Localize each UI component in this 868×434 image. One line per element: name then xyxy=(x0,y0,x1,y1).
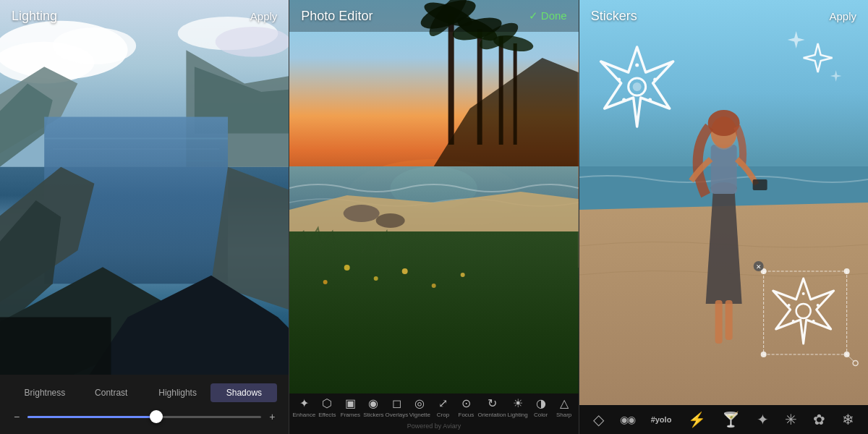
focus-icon: ⊙ xyxy=(461,398,471,409)
svg-rect-20 xyxy=(289,0,578,231)
toolbar-orientation[interactable]: ↻ Orientation xyxy=(477,398,506,418)
svg-rect-35 xyxy=(289,166,578,239)
orientation-icon: ↻ xyxy=(488,398,497,409)
lighting-slider[interactable] xyxy=(27,416,261,418)
toolbar-overlays[interactable]: ◻ Overlays xyxy=(385,398,408,418)
sticker-glasses[interactable]: ◉◉ xyxy=(620,414,634,425)
toolbar-enhance[interactable]: ✦ Enhance xyxy=(292,398,315,418)
enhance-icon: ✦ xyxy=(299,398,309,409)
toolbar-sharpen[interactable]: △ Sharp xyxy=(553,398,576,418)
svg-rect-12 xyxy=(53,148,220,149)
panel2-title: Photo Editor xyxy=(301,9,373,24)
sticker-cocktail[interactable]: 🍸 xyxy=(722,411,740,428)
toolbar-effects[interactable]: ⬡ Effects xyxy=(315,398,339,418)
toolbar-vignette[interactable]: ◎ Vignette xyxy=(408,398,431,418)
svg-marker-8 xyxy=(186,50,289,167)
person-beach-photo xyxy=(579,0,868,434)
svg-rect-11 xyxy=(44,137,228,139)
svg-rect-13 xyxy=(48,161,224,161)
sticker-flower[interactable]: ✿ xyxy=(813,411,825,428)
color-icon: ◑ xyxy=(536,398,546,409)
svg-rect-25 xyxy=(499,36,503,145)
svg-point-43 xyxy=(402,268,408,274)
panel3-header: Stickers Apply xyxy=(579,0,868,32)
tab-contrast[interactable]: Contrast xyxy=(78,383,145,402)
photo-editor-toolbar: ✦ Enhance ⬡ Effects ▣ Frames ◉ Stickers … xyxy=(289,393,578,434)
photo-editor-panel: Photo Editor ✓ Done ✦ Enhance ⬡ Effects … xyxy=(289,0,579,434)
svg-rect-24 xyxy=(477,29,482,145)
svg-point-3 xyxy=(53,27,136,64)
panel1-header: Lighting Apply xyxy=(0,0,289,32)
vignette-icon: ◎ xyxy=(414,398,425,409)
crop-icon: ⤢ xyxy=(438,398,448,409)
svg-marker-14 xyxy=(0,167,94,318)
svg-point-37 xyxy=(344,205,380,222)
svg-point-54 xyxy=(707,110,739,136)
svg-marker-48 xyxy=(579,203,868,434)
frames-icon: ▣ xyxy=(345,398,356,409)
svg-point-38 xyxy=(376,213,405,228)
sticker-sparkle2[interactable]: ✳ xyxy=(785,411,797,428)
svg-point-44 xyxy=(432,284,436,288)
lighting-slider-row: − + xyxy=(12,411,277,422)
effects-icon: ⬡ xyxy=(322,398,332,409)
sticker-diamond[interactable]: ◇ xyxy=(593,411,604,428)
toolbar-color[interactable]: ◑ Color xyxy=(529,398,553,418)
sticker-lightning[interactable]: ⚡ xyxy=(688,411,706,428)
svg-rect-51 xyxy=(710,145,736,194)
toolbar-focus[interactable]: ⊙ Focus xyxy=(454,398,477,418)
panel1-title: Lighting xyxy=(12,9,57,24)
beach-photo xyxy=(289,0,578,434)
tab-highlights[interactable]: Highlights xyxy=(145,383,211,402)
toolbar-stickers[interactable]: ◉ Stickers xyxy=(362,398,385,418)
panel2-done-button[interactable]: ✓ Done xyxy=(529,9,567,22)
panel3-apply-button[interactable]: Apply xyxy=(829,10,856,22)
toolbar-crop[interactable]: ⤢ Crop xyxy=(431,398,454,418)
svg-point-40 xyxy=(344,265,350,271)
slider-min-label: − xyxy=(12,411,22,422)
svg-point-2 xyxy=(0,42,94,84)
overlays-icon: ◻ xyxy=(392,398,401,409)
svg-rect-55 xyxy=(715,300,722,344)
tab-brightness[interactable]: Brightness xyxy=(12,383,78,402)
svg-point-21 xyxy=(391,166,477,210)
svg-point-42 xyxy=(323,280,328,284)
slider-fill xyxy=(27,416,156,418)
svg-point-22 xyxy=(347,159,521,231)
svg-marker-36 xyxy=(289,192,578,268)
svg-marker-50 xyxy=(705,192,741,304)
slider-thumb[interactable] xyxy=(150,410,163,423)
svg-marker-6 xyxy=(0,67,77,166)
svg-rect-47 xyxy=(579,166,868,231)
panel1-apply-button[interactable]: Apply xyxy=(250,10,278,22)
lighting-panel: Lighting Apply Brightness Contrast Highl… xyxy=(0,0,289,434)
stickers-icon: ◉ xyxy=(368,398,378,409)
svg-marker-34 xyxy=(434,58,579,166)
sticker-controls: ◇ ◉◉ #yolo ⚡ 🍸 ✦ ✳ ✿ ❄ xyxy=(579,405,868,434)
svg-rect-46 xyxy=(579,0,868,231)
sharpen-icon: △ xyxy=(560,398,569,409)
lighting-tabs: Brightness Contrast Highlights Shadows xyxy=(12,383,277,402)
sticker-hashtag[interactable]: #yolo xyxy=(651,415,672,424)
lighting-controls: Brightness Contrast Highlights Shadows −… xyxy=(0,375,289,434)
svg-point-53 xyxy=(710,116,736,148)
fjord-photo xyxy=(0,0,289,434)
tab-shadows[interactable]: Shadows xyxy=(210,383,277,402)
panel2-header: Photo Editor ✓ Done xyxy=(289,0,578,32)
toolbar-icon-row: ✦ Enhance ⬡ Effects ▣ Frames ◉ Stickers … xyxy=(292,398,575,418)
svg-rect-10 xyxy=(44,117,228,284)
svg-rect-57 xyxy=(752,179,767,190)
svg-point-49 xyxy=(710,182,736,194)
sticker-snowflake[interactable]: ❄ xyxy=(842,411,854,428)
toolbar-frames[interactable]: ▣ Frames xyxy=(339,398,362,418)
sticker-icon-row: ◇ ◉◉ #yolo ⚡ 🍸 ✦ ✳ ✿ ❄ xyxy=(585,411,862,428)
toolbar-lighting[interactable]: ☀ Lighting xyxy=(506,398,529,418)
svg-marker-16 xyxy=(211,167,289,318)
lighting-icon: ☀ xyxy=(513,398,523,409)
svg-point-41 xyxy=(374,276,378,281)
sticker-sparkle1[interactable]: ✦ xyxy=(757,411,769,428)
svg-marker-9 xyxy=(195,67,289,133)
slider-max-label: + xyxy=(267,411,277,422)
svg-rect-26 xyxy=(514,43,517,145)
svg-point-33 xyxy=(493,33,535,54)
